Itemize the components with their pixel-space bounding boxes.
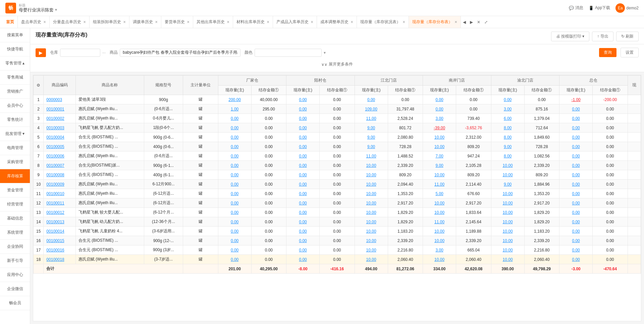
tab-close-icon[interactable]: ✕ [311,20,313,24]
export-btn[interactable]: ↑ 导出 [592,32,613,41]
row-unit: 罐 [183,245,218,255]
row-zc-qty: 0.00 [559,161,593,170]
tab-qitachu[interactable]: 其他出库单历史 ✕ [193,16,233,28]
tab-xiancunliang-fb[interactable]: 现存量（库存分布表）✕ [409,16,461,28]
tab-zuhe[interactable]: 组装拆卸单历史 ✕ [90,16,129,28]
row-jb-amt: 1,353.20 [388,189,423,198]
logo-dropdown-icon[interactable]: ▾ [55,7,57,12]
row-na-amt: 2,917.20 [456,198,491,208]
print-btn[interactable]: 🖨 按模版打印 ▾ [551,32,590,41]
row-yb-amt: 2,339.20 [524,236,559,245]
tab-prev-btn[interactable]: ◀ [461,20,468,25]
tab-close-all-btn[interactable]: ✕ [475,20,482,25]
row-zc-amt: 0.00 [593,161,628,170]
row-zc-amt: 0.00 [593,114,628,123]
row-jb-amt: 0.00 [388,95,423,104]
sidebar-item-wholesale[interactable]: 批发管理 ▾ [0,127,30,141]
sidebar-item-retailmall[interactable]: 零售商城 [0,71,30,85]
tab-close-icon[interactable]: ✕ [402,20,405,24]
expand-conditions-btn[interactable]: ∨∨ 展开更多条件 [319,60,356,68]
sidebar-item-marketing[interactable]: 营销推广 [0,85,30,99]
query-btn[interactable]: 查询 [599,48,616,57]
row-yb-amt: 1,082.56 [524,151,559,161]
tab-xiancunliang-kz[interactable]: 现存量（库存状况表）✕ [357,16,409,28]
tab-close-icon[interactable]: ✕ [155,20,158,24]
tab-close-icon[interactable]: ✕ [227,20,229,24]
product-input[interactable] [120,49,240,57]
row-zc-qty: 0.00 [559,236,593,245]
message-btn[interactable]: 💬 消息 [569,5,583,11]
refresh-icon: ↻ [621,34,625,39]
sidebar-item-wechat[interactable]: 企业微信 [0,282,30,296]
sidebar-item-collab[interactable]: 企业协同 [0,240,30,254]
tab-close-icon[interactable]: ✕ [43,20,46,24]
tab-diaob[interactable]: 调拨单历史 ✕ [129,16,161,28]
sidebar-item-purchase[interactable]: 采购管理 [0,155,30,169]
warehouse-input[interactable] [60,49,100,57]
row-zc-amt: 0.00 [593,255,628,264]
sidebar-item-retailstat[interactable]: 零售统计 [0,113,30,127]
sidebar-item-member[interactable]: 会员中心 [0,99,30,113]
filter-toggle-btn[interactable]: ▶ [36,48,46,57]
refresh-btn[interactable]: ↻ 刷新 [616,32,639,41]
row-na-amt: 2,105.28 [456,161,491,170]
col-zongcang-qty: 现存量(主) [559,86,593,95]
sidebar-item-system[interactable]: 系统管理 [0,226,30,240]
sidebar-item-basic[interactable]: 基础信息 [0,212,30,226]
tab-close-icon[interactable]: ✕ [83,20,86,24]
row-code: 00100015 [44,236,76,245]
tab-chengpin[interactable]: 产成品入库单历史 ✕ [273,16,317,28]
sidebar-item-operations[interactable]: 经营管理 [0,197,30,212]
user-area[interactable]: Ea demo2 [615,3,639,13]
sidebar-item-finance[interactable]: 资金管理 [0,183,30,197]
tab-home[interactable]: 首页 [3,16,18,28]
row-zc-qty: 0.00 [559,142,593,151]
row-name: 合生元 (BIOSTIME) ... [75,142,144,151]
row-unit: 罐 [183,114,218,123]
sidebar-item-guide[interactable]: 新手引导 [0,254,30,268]
gear-icon[interactable]: ⚙ [37,83,40,88]
tab-yaohuo[interactable]: 要货单历史 ✕ [161,16,193,28]
sidebar-item-inventory[interactable]: 库存核算 [0,169,30,183]
row-no: 1 [34,95,44,104]
tab-fenpandian[interactable]: 分量盘点单历史 ✕ [50,16,90,28]
tab-close-icon[interactable]: ✕ [267,20,269,24]
row-spec: 0-6月婴儿... [144,114,183,123]
color-dropdown-icon[interactable]: ▾ [324,50,326,55]
row-extra [628,133,641,142]
sidebar-item-appcenter[interactable]: 应用中心 [0,268,30,282]
row-code: 00100006 [44,151,76,161]
tab-chengbentj[interactable]: 成本调整单历史 ✕ [317,16,357,28]
row-zc-amt: 0.00 [593,217,628,227]
app-download-btn[interactable]: 📱 App下载 [589,5,610,11]
color-input[interactable] [255,49,322,57]
tab-close-icon[interactable]: ✕ [187,20,190,24]
col-yubei-qty: 现存量(主) [491,86,524,95]
tab-close-icon[interactable]: ✕ [454,20,457,24]
setting-btn[interactable]: 设置 [621,48,639,57]
row-no: 6 [34,142,44,151]
row-zc-qty: 0.00 [559,245,593,255]
tab-expand-btn[interactable]: ⤢ [482,20,490,25]
tab-close-icon[interactable]: ✕ [123,20,126,24]
tab-cailiao[interactable]: 材料出库单历史 ✕ [233,16,273,28]
sidebar-item-ecommerce[interactable]: 电商管理 [0,141,30,155]
row-no: 3 [34,114,44,123]
avatar: Ea [615,3,625,13]
row-name: 惠氏启赋 (Wyeth illu... [75,255,144,264]
message-label: 消息 [575,5,583,11]
row-jb-amt: 2,216.80 [388,245,423,255]
row-jb-qty: 10.00 [355,245,388,255]
tab-close-icon[interactable]: ✕ [351,20,353,24]
row-cjc-qty: 0.00 [218,227,251,236]
dots-icon[interactable]: ··· [102,50,106,55]
tab-pandian[interactable]: 盘点单历史 ✕ [18,16,50,28]
row-cjc-qty: 0.00 [218,236,251,245]
sidebar-item-member2[interactable]: 畅会员 [0,296,30,310]
sidebar-item-retail[interactable]: 零售管理 ▴ [0,56,30,71]
tab-next-btn[interactable]: ▶ [468,20,475,25]
sidebar-item-quicknav[interactable]: 快捷导航 [0,42,30,56]
row-na-amt: 947.24 [456,151,491,161]
sidebar-item-search[interactable]: 搜索英单 [0,28,30,42]
row-cjc-qty: 0.00 [218,255,251,264]
